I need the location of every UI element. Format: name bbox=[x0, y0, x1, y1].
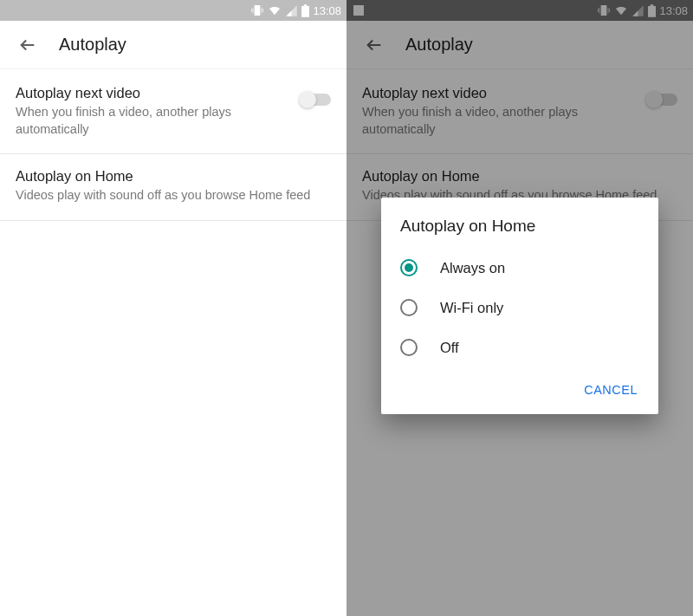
cancel-button[interactable]: CANCEL bbox=[575, 376, 646, 404]
page-title: Autoplay bbox=[59, 35, 126, 55]
battery-icon bbox=[301, 4, 309, 17]
radio-icon bbox=[400, 299, 418, 316]
toolbar: Autoplay bbox=[0, 21, 346, 69]
screen-settings-left: 13:08 Autoplay Autoplay next video When … bbox=[0, 0, 346, 616]
modal-overlay[interactable]: Autoplay on Home Always on Wi-Fi only Of… bbox=[346, 0, 693, 616]
setting-text: Autoplay on Home Videos play with sound … bbox=[16, 168, 331, 204]
radio-label: Off bbox=[440, 340, 459, 356]
radio-option-off[interactable]: Off bbox=[381, 327, 658, 367]
settings-list: Autoplay next video When you finish a vi… bbox=[0, 69, 346, 221]
setting-title: Autoplay next video bbox=[16, 85, 291, 101]
screen-settings-right: 13:08 Autoplay Autoplay next video When … bbox=[346, 0, 693, 616]
vibrate-icon bbox=[250, 3, 264, 17]
wifi-icon bbox=[268, 3, 282, 17]
radio-label: Wi-Fi only bbox=[440, 300, 503, 316]
setting-title: Autoplay on Home bbox=[16, 168, 331, 185]
dialog-title: Autoplay on Home bbox=[381, 217, 658, 248]
radio-icon bbox=[400, 259, 418, 276]
status-time: 13:08 bbox=[313, 4, 341, 17]
setting-description: When you finish a video, another plays a… bbox=[16, 104, 291, 138]
radio-label: Always on bbox=[440, 260, 505, 276]
dialog-autoplay-on-home: Autoplay on Home Always on Wi-Fi only Of… bbox=[381, 198, 658, 414]
setting-text: Autoplay next video When you finish a vi… bbox=[16, 85, 291, 138]
status-bar: 13:08 bbox=[0, 0, 346, 21]
dialog-actions: CANCEL bbox=[381, 367, 658, 407]
radio-option-always-on[interactable]: Always on bbox=[381, 248, 658, 288]
radio-option-wifi-only[interactable]: Wi-Fi only bbox=[381, 288, 658, 327]
setting-autoplay-on-home[interactable]: Autoplay on Home Videos play with sound … bbox=[0, 154, 346, 221]
signal-icon bbox=[285, 4, 298, 17]
toggle-switch[interactable] bbox=[301, 94, 331, 106]
radio-icon bbox=[400, 339, 418, 356]
back-button[interactable] bbox=[10, 28, 45, 62]
setting-description: Videos play with sound off as you browse… bbox=[16, 187, 331, 204]
setting-autoplay-next-video[interactable]: Autoplay next video When you finish a vi… bbox=[0, 69, 346, 154]
